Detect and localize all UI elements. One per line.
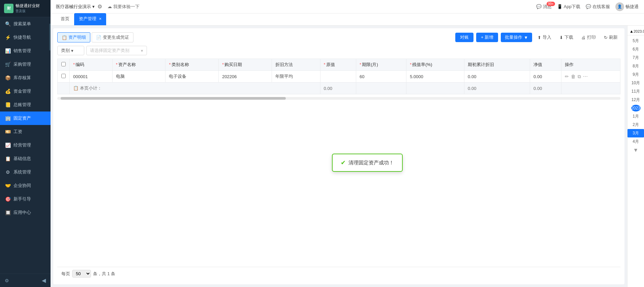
sidebar-item-企业协同[interactable]: 🤝企业协同: [0, 179, 51, 192]
cell-code: 000001: [70, 71, 113, 83]
right-panel-bottom-arrow[interactable]: ▼: [633, 147, 639, 153]
category-value-select[interactable]: 请选择固定资产类别 ▾: [86, 46, 147, 55]
online-service-button[interactable]: 💬 在线客服: [586, 4, 610, 10]
sidebar-item-搜索菜单[interactable]: 🔍搜索菜单: [0, 17, 51, 31]
content-area: 📋 资产明细 📄 变更生成凭证 对账 + 新增 批量操作 ▼ ⬆: [51, 26, 644, 287]
avatar: 👤: [615, 2, 624, 11]
month-6[interactable]: 6月: [627, 45, 644, 54]
delete-icon[interactable]: 🗑: [571, 74, 576, 79]
import-button[interactable]: ⬆ 导入: [535, 33, 554, 42]
select-all-checkbox[interactable]: [61, 62, 66, 66]
month-1[interactable]: 1月: [627, 112, 644, 121]
per-page-select[interactable]: 50 10 20 100: [72, 270, 91, 278]
logo-icon: 财: [4, 4, 13, 13]
more-icon[interactable]: ⋯: [583, 74, 588, 79]
category-type-select[interactable]: 类别 ▾: [57, 46, 84, 55]
sidebar-item-固定资产[interactable]: 🏢固定资产: [0, 111, 51, 125]
import-icon: ⬆: [538, 35, 541, 40]
new-button[interactable]: + 新增: [476, 33, 498, 42]
th-operation: 操作: [561, 59, 620, 71]
app-download-button[interactable]: 📱 App下载: [557, 4, 580, 10]
month-5[interactable]: 5月: [627, 37, 644, 45]
sidebar-item-经营管理[interactable]: 📈经营管理: [0, 138, 51, 152]
message-button[interactable]: 💬 消息 99+: [536, 4, 552, 10]
sidebar-item-资金管理[interactable]: 💰资金管理: [0, 85, 51, 98]
download-icon: 📱: [557, 4, 562, 9]
header-settings-icon[interactable]: ⚙: [97, 3, 102, 10]
message-icon: 💬: [536, 4, 542, 9]
th-checkbox: [58, 59, 70, 71]
sidebar-label: 采购管理: [13, 61, 31, 67]
company-dropdown-icon: ▾: [92, 4, 95, 9]
subtotal-checkbox-cell: [58, 83, 70, 94]
sidebar-icon: 🛒: [5, 62, 11, 67]
company-selector[interactable]: 医疗器械行业演示 ▾: [56, 4, 95, 10]
month-10[interactable]: 10月: [627, 79, 644, 87]
right-panel: ▲ 2023.03 ▼ 5月 6月 7月 8月 9月 10月 11月 12月 2…: [627, 26, 644, 287]
sidebar-item-基础信息[interactable]: 📋基础信息: [0, 152, 51, 165]
subtotal-icon: 📋: [73, 86, 79, 91]
sub-tab-voucher[interactable]: 📄 变更生成凭证: [92, 32, 133, 42]
sub-tab-asset-detail[interactable]: 📋 资产明细: [57, 32, 90, 42]
row-checkbox[interactable]: [61, 74, 66, 78]
pagination: 每页 50 10 20 100 条，共 1 条: [57, 267, 620, 280]
tab-home[interactable]: 首页: [56, 13, 74, 25]
month-3-current[interactable]: 3月: [627, 129, 644, 137]
th-residual-rate: *残值率(%): [406, 59, 464, 71]
sidebar-label: 经营管理: [13, 142, 31, 148]
sidebar-item-销售管理[interactable]: 📊销售管理: [0, 44, 51, 58]
month-2[interactable]: 2月: [627, 121, 644, 129]
horizontal-scrollbar[interactable]: [57, 97, 620, 100]
sidebar-item-总账管理[interactable]: 📒总账管理: [0, 98, 51, 111]
tab-close-icon[interactable]: ×: [99, 16, 102, 21]
batch-operation-button[interactable]: 批量操作 ▼: [501, 33, 532, 42]
month-9[interactable]: 9月: [627, 70, 644, 79]
month-8[interactable]: 8月: [627, 62, 644, 70]
sidebar-item-新手引导[interactable]: 🎯新手引导: [0, 192, 51, 206]
sidebar-item-采购管理[interactable]: 🛒采购管理: [0, 58, 51, 71]
subtotal-row: 📋 本页小计： 0.00 0.00 0.00: [58, 83, 620, 94]
right-panel-header: ▲ 2023.03 ▼: [627, 28, 644, 35]
success-toast: ✔ 清理固定资产成功！: [332, 154, 403, 172]
sidebar-item-工资[interactable]: 💴工资: [0, 125, 51, 138]
success-check-icon: ✔: [341, 159, 346, 166]
right-panel-up-icon[interactable]: ▲: [630, 29, 634, 34]
month-7[interactable]: 7月: [627, 54, 644, 62]
sub-tab-detail-icon: 📋: [62, 35, 67, 40]
sidebar-label: 销售管理: [13, 48, 31, 54]
sidebar-icon: 🤝: [5, 183, 11, 188]
sidebar-icon: 🔲: [5, 210, 11, 215]
experience-button[interactable]: ☁ 我要体验一下: [108, 4, 140, 10]
th-category: *类别名称: [165, 59, 219, 71]
success-message: 清理固定资产成功！: [348, 160, 394, 166]
month-4[interactable]: 4月: [627, 137, 644, 146]
sidebar-item-系统管理[interactable]: ⚙系统管理: [0, 165, 51, 179]
sidebar-item-库存核算[interactable]: 📦库存核算: [0, 71, 51, 85]
sidebar-label: 企业协同: [13, 183, 31, 189]
sub-tab-voucher-icon: 📄: [96, 35, 101, 40]
sidebar-scrollbar-thumb: [49, 24, 51, 51]
print-button[interactable]: 🖨 打印: [579, 33, 599, 42]
sidebar-label: 工资: [13, 129, 22, 135]
month-12[interactable]: 12月: [627, 96, 644, 104]
edit-icon[interactable]: ✏: [565, 74, 569, 79]
refresh-button[interactable]: ↻ 刷新: [601, 33, 620, 42]
settings-bottom-icon[interactable]: ⚙: [5, 278, 9, 283]
reconcile-button[interactable]: 对账: [455, 33, 473, 42]
tab-asset-management[interactable]: 资产管理 ×: [74, 13, 106, 25]
copy-icon[interactable]: ⧉: [578, 74, 581, 79]
download-button[interactable]: ⬇ 下载: [557, 33, 576, 42]
user-avatar[interactable]: 👤 畅捷通: [615, 2, 639, 11]
cell-net-value: 0.00: [530, 71, 561, 83]
header-right: 💬 消息 99+ 📱 App下载 💬 在线客服 👤 畅捷通: [536, 2, 639, 11]
sidebar-collapse-button[interactable]: ◀: [42, 277, 46, 284]
sidebar-item-应用中心[interactable]: 🔲应用中心: [0, 206, 51, 219]
year-2023-badge[interactable]: 2023: [631, 105, 641, 111]
batch-dropdown-icon: ▼: [524, 35, 528, 40]
sidebar-icon: 📊: [5, 48, 11, 54]
download-icon: ⬇: [559, 35, 563, 40]
sidebar-item-快捷导航[interactable]: ⚡快捷导航: [0, 31, 51, 44]
month-11[interactable]: 11月: [627, 87, 644, 96]
cell-original-value: [320, 71, 356, 83]
cell-purchase-date: 202206: [219, 71, 272, 83]
